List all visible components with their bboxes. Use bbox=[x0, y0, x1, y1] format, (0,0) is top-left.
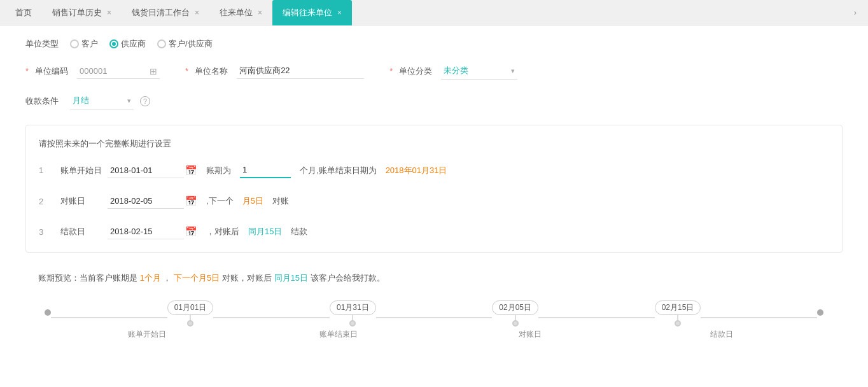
timeline-line-5 bbox=[701, 317, 817, 318]
tab-sales-close-icon[interactable]: × bbox=[107, 8, 111, 17]
period-num-1: 1 bbox=[39, 165, 52, 175]
timeline-container: 01月01日 01月31日 02月05日 bbox=[38, 300, 830, 340]
radio-both[interactable]: 客户/供应商 bbox=[157, 38, 213, 50]
period-date-2-wrap: 📅 bbox=[108, 194, 197, 209]
unit-code-input[interactable] bbox=[77, 64, 160, 79]
payment-terms-help-icon[interactable]: ? bbox=[140, 96, 150, 106]
period-date-3-wrap: 📅 bbox=[108, 224, 197, 239]
timeline-end bbox=[817, 300, 823, 316]
tab-partner-label: 往来单位 bbox=[220, 7, 253, 18]
timeline-label-1: 账单开始日 bbox=[51, 329, 242, 340]
unit-category-item: * 单位分类 未分类 ▾ bbox=[389, 62, 517, 80]
preview-suffix: 该客户会给我打款。 bbox=[311, 273, 385, 283]
period-num-2: 2 bbox=[39, 197, 52, 206]
tab-partner-close-icon[interactable]: × bbox=[258, 8, 262, 17]
radio-both-circle bbox=[157, 39, 166, 48]
timeline-start bbox=[45, 300, 51, 316]
unit-info-row: * 单位编码 ⊞ * 单位名称 * 单位分类 未分类 ▾ bbox=[25, 62, 843, 80]
period-suffix-1: 账期为 bbox=[206, 165, 231, 176]
tab-sales-order-history[interactable]: 销售订单历史 × bbox=[42, 0, 122, 25]
radio-supplier[interactable]: 供应商 bbox=[109, 38, 146, 50]
tab-cash-flow[interactable]: 钱货日清工作台 × bbox=[122, 0, 209, 25]
payment-terms-select[interactable]: 月结 ▾ bbox=[70, 92, 134, 109]
unit-name-wrap bbox=[237, 64, 364, 79]
timeline-dot-1 bbox=[187, 320, 193, 327]
timeline-label-3: 对账日 bbox=[434, 329, 626, 340]
timeline-dot-4 bbox=[675, 320, 681, 327]
preview-sep2: 对账，对账后 bbox=[222, 273, 272, 283]
unit-category-star: * bbox=[389, 66, 393, 76]
tab-more-button[interactable]: › bbox=[848, 8, 863, 17]
period-num-3: 3 bbox=[39, 227, 52, 237]
calendar-icon-2[interactable]: 📅 bbox=[185, 195, 197, 207]
radio-customer-circle bbox=[70, 39, 79, 48]
timeline-node-4: 02月15日 bbox=[655, 300, 701, 327]
unit-name-star: * bbox=[185, 66, 188, 76]
radio-customer[interactable]: 客户 bbox=[70, 38, 98, 50]
timeline-labels-row: 账单开始日 账单结束日 对账日 结款日 bbox=[51, 329, 817, 340]
radio-both-label: 客户/供应商 bbox=[169, 38, 213, 50]
tab-sales-label: 销售订单历史 bbox=[52, 7, 102, 18]
timeline-line-2 bbox=[213, 317, 330, 318]
payment-terms-value: 月结 bbox=[73, 95, 123, 106]
tab-edit-close-icon[interactable]: × bbox=[337, 8, 342, 17]
period-label-2: 对账日 bbox=[60, 195, 99, 207]
period-number-input-1[interactable] bbox=[240, 162, 291, 178]
preview-part1: 1个月 bbox=[140, 273, 161, 283]
tab-home[interactable]: 首页 bbox=[5, 0, 42, 25]
unit-type-radio-group: 客户 供应商 客户/供应商 bbox=[70, 38, 213, 50]
unit-type-row: 单位类型 客户 供应商 客户/供应商 bbox=[25, 38, 843, 50]
period-date-3-input[interactable] bbox=[108, 224, 184, 239]
timeline-connector-4 bbox=[677, 315, 678, 320]
timeline-start-dot bbox=[45, 309, 51, 316]
unit-category-select[interactable]: 未分类 ▾ bbox=[441, 62, 517, 80]
main-content: 单位类型 客户 供应商 客户/供应商 * 单位编码 bbox=[0, 25, 868, 387]
tab-cash-close-icon[interactable]: × bbox=[195, 8, 199, 17]
timeline-date-1: 01月01日 bbox=[167, 300, 214, 315]
period-date-1-input[interactable] bbox=[108, 163, 184, 178]
period-row-3: 3 结款日 📅 ，对账后 同月15日 结款 bbox=[39, 224, 823, 239]
radio-supplier-dot bbox=[112, 42, 116, 46]
period-unit-1: 个月,账单结束日期为 bbox=[300, 165, 377, 176]
period-date-2-input[interactable] bbox=[108, 194, 184, 209]
copy-icon[interactable]: ⊞ bbox=[150, 66, 157, 76]
period-prefix-3: ，对账后 bbox=[206, 226, 239, 237]
radio-customer-label: 客户 bbox=[81, 38, 98, 50]
timeline-connector-2 bbox=[352, 315, 353, 320]
timeline-end-dot bbox=[817, 309, 823, 316]
payment-terms-label: 收款条件 bbox=[25, 95, 59, 107]
radio-supplier-label: 供应商 bbox=[121, 38, 146, 50]
timeline-label-2: 账单结束日 bbox=[242, 329, 434, 340]
unit-category-value: 未分类 bbox=[444, 65, 507, 76]
timeline-line-3 bbox=[376, 317, 493, 318]
tab-partner-units[interactable]: 往来单位 × bbox=[209, 0, 272, 25]
unit-code-label: 单位编码 bbox=[35, 66, 68, 77]
unit-name-input[interactable] bbox=[237, 64, 364, 79]
calendar-icon-1[interactable]: 📅 bbox=[185, 165, 197, 176]
period-highlight-date-1: 2018年01月31日 bbox=[386, 165, 447, 176]
period-label-1: 账单开始日 bbox=[60, 165, 99, 176]
preview-text: 账期预览：当前客户账期是 1个月 ， 下一个月5日 对账，对账后 同月15日 该… bbox=[38, 272, 830, 285]
period-settings-box: 请按照未来的一个完整帐期进行设置 1 账单开始日 📅 账期为 个月,账单结束日期… bbox=[25, 125, 843, 253]
unit-category-label: 单位分类 bbox=[399, 66, 432, 77]
preview-prefix: 账期预览：当前客户账期是 bbox=[38, 273, 137, 283]
payment-terms-row: 收款条件 月结 ▾ ? bbox=[25, 92, 843, 109]
period-suffix-2: 对账 bbox=[272, 195, 289, 207]
period-highlight-2: 月5日 bbox=[242, 195, 263, 207]
period-label-3: 结款日 bbox=[60, 226, 99, 237]
timeline-date-2: 01月31日 bbox=[330, 300, 376, 315]
payment-terms-arrow-icon: ▾ bbox=[127, 97, 131, 105]
unit-category-arrow-icon: ▾ bbox=[511, 67, 515, 75]
timeline-connector-3 bbox=[515, 315, 516, 320]
unit-name-item: * 单位名称 bbox=[185, 64, 364, 79]
unit-code-wrap: ⊞ bbox=[77, 64, 160, 79]
timeline-line-1 bbox=[51, 317, 167, 318]
timeline-date-3: 02月05日 bbox=[492, 300, 538, 315]
preview-part3: 同月15日 bbox=[274, 273, 308, 283]
tab-home-label: 首页 bbox=[15, 7, 32, 18]
tab-edit-partner[interactable]: 编辑往来单位 × bbox=[272, 0, 352, 25]
period-row-1: 1 账单开始日 📅 账期为 个月,账单结束日期为 2018年01月31日 bbox=[39, 162, 823, 178]
calendar-icon-3[interactable]: 📅 bbox=[185, 226, 197, 237]
period-suffix-3: 结款 bbox=[291, 226, 307, 237]
tab-edit-label: 编辑往来单位 bbox=[283, 7, 332, 18]
